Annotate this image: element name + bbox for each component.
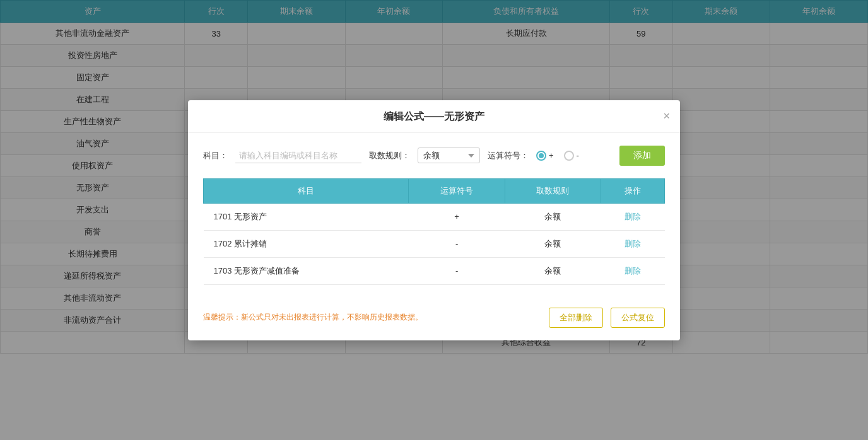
cell-action: 删除 xyxy=(601,230,665,257)
cell-subject: 1702 累计摊销 xyxy=(204,230,409,257)
cell-subject: 1701 无形资产 xyxy=(204,203,409,230)
radio-minus-circle xyxy=(564,151,574,161)
add-button[interactable]: 添加 xyxy=(619,146,665,166)
operator-radio-group: + - xyxy=(536,151,579,161)
radio-plus-circle xyxy=(536,151,546,161)
radio-plus-label: + xyxy=(549,151,554,160)
modal-header: 编辑公式——无形资产 × xyxy=(188,100,680,133)
radio-minus[interactable]: - xyxy=(564,151,579,161)
cell-operator: + xyxy=(409,203,505,230)
operator-label: 运算符号： xyxy=(488,150,529,161)
cell-rule: 余额 xyxy=(505,257,601,284)
formula-table: 科目 运算符号 取数规则 操作 1701 无形资产+余额删除1702 累计摊销-… xyxy=(203,178,665,285)
rule-select-wrapper: 余额 借方发生额 贷方发生额 xyxy=(418,148,480,163)
delete-row-link[interactable]: 删除 xyxy=(625,266,641,275)
modal-title: 编辑公式——无形资产 xyxy=(384,111,484,122)
rule-label: 取数规则： xyxy=(369,150,410,161)
subject-label: 科目： xyxy=(203,150,228,161)
table-row: 1701 无形资产+余额删除 xyxy=(204,203,665,230)
footer-buttons: 全部删除 公式复位 xyxy=(549,308,665,328)
th-subject: 科目 xyxy=(204,178,409,203)
form-row: 科目： 取数规则： 余额 借方发生额 贷方发生额 运算符号： + xyxy=(203,146,665,166)
cell-action: 删除 xyxy=(601,257,665,284)
th-action: 操作 xyxy=(601,178,665,203)
table-row: 1702 累计摊销-余额删除 xyxy=(204,230,665,257)
modal-close-button[interactable]: × xyxy=(663,110,670,122)
th-operator: 运算符号 xyxy=(409,178,505,203)
table-row: 1703 无形资产减值准备-余额删除 xyxy=(204,257,665,284)
delete-row-link[interactable]: 删除 xyxy=(625,212,641,221)
cell-operator: - xyxy=(409,257,505,284)
reset-formula-button[interactable]: 公式复位 xyxy=(611,308,665,328)
rule-select[interactable]: 余额 借方发生额 贷方发生额 xyxy=(418,148,480,163)
th-rule: 取数规则 xyxy=(505,178,601,203)
cell-action: 删除 xyxy=(601,203,665,230)
modal-body: 科目： 取数规则： 余额 借方发生额 贷方发生额 运算符号： + xyxy=(188,133,680,298)
delete-all-button[interactable]: 全部删除 xyxy=(549,308,603,328)
delete-row-link[interactable]: 删除 xyxy=(625,239,641,248)
cell-rule: 余额 xyxy=(505,203,601,230)
radio-plus[interactable]: + xyxy=(536,151,554,161)
modal-dialog: 编辑公式——无形资产 × 科目： 取数规则： 余额 借方发生额 贷方发生额 运算… xyxy=(188,100,680,340)
table-header-row: 科目 运算符号 取数规则 操作 xyxy=(204,178,665,203)
cell-subject: 1703 无形资产减值准备 xyxy=(204,257,409,284)
cell-operator: - xyxy=(409,230,505,257)
modal-footer: 温馨提示：新公式只对未出报表进行计算，不影响历史报表数据。 全部删除 公式复位 xyxy=(188,298,680,340)
modal-overlay: 编辑公式——无形资产 × 科目： 取数规则： 余额 借方发生额 贷方发生额 运算… xyxy=(0,0,868,440)
tip-text: 温馨提示：新公式只对未出报表进行计算，不影响历史报表数据。 xyxy=(203,312,423,323)
subject-input[interactable] xyxy=(235,148,361,163)
cell-rule: 余额 xyxy=(505,230,601,257)
radio-minus-label: - xyxy=(577,151,579,160)
